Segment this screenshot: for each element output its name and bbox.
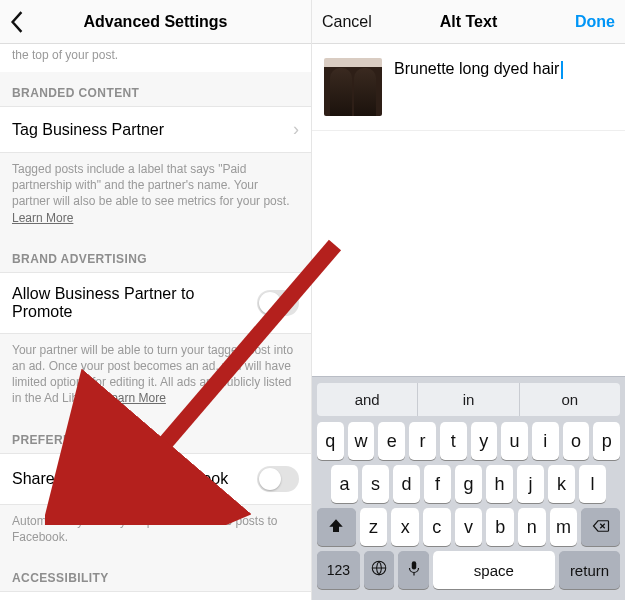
key-globe[interactable] xyxy=(364,551,395,589)
key-h[interactable]: h xyxy=(486,465,513,503)
done-button[interactable]: Done xyxy=(561,13,615,31)
note-brand-advertising: Your partner will be able to turn your t… xyxy=(0,334,311,419)
row-label: Allow Business Partner to Promote xyxy=(12,285,257,321)
left-navbar: Advanced Settings xyxy=(0,0,311,44)
alt-text-value: Brunette long dyed hair xyxy=(394,60,559,77)
key-row-4: 123 space return xyxy=(317,551,620,589)
key-j[interactable]: j xyxy=(517,465,544,503)
key-e[interactable]: e xyxy=(378,422,405,460)
key-space[interactable]: space xyxy=(433,551,555,589)
key-f[interactable]: f xyxy=(424,465,451,503)
left-title: Advanced Settings xyxy=(64,13,247,31)
key-w[interactable]: w xyxy=(348,422,375,460)
key-a[interactable]: a xyxy=(331,465,358,503)
key-row-1: q w e r t y u i o p xyxy=(317,422,620,460)
key-l[interactable]: l xyxy=(579,465,606,503)
keyboard-spacer xyxy=(312,131,625,376)
row-tag-business-partner[interactable]: Tag Business Partner › xyxy=(0,106,311,153)
prediction-1[interactable]: and xyxy=(317,383,418,416)
row-allow-partner-promote[interactable]: Allow Business Partner to Promote xyxy=(0,272,311,334)
key-row-2: a s d f g h j k l xyxy=(317,465,620,503)
row-label: Tag Business Partner xyxy=(12,121,164,139)
key-shift[interactable] xyxy=(317,508,356,546)
key-s[interactable]: s xyxy=(362,465,389,503)
note-branded-content: Tagged posts include a label that says "… xyxy=(0,153,311,238)
note-preferences: Automatically share your photo and video… xyxy=(0,505,311,557)
mic-icon xyxy=(405,559,423,582)
toggle-share-facebook[interactable] xyxy=(257,466,299,492)
chevron-left-icon xyxy=(10,11,64,33)
toggle-allow-promote[interactable] xyxy=(257,290,299,316)
section-preferences: PREFERENCES xyxy=(0,419,311,453)
learn-more-link[interactable]: Learn More xyxy=(12,211,73,225)
key-q[interactable]: q xyxy=(317,422,344,460)
globe-icon xyxy=(370,559,388,582)
key-c[interactable]: c xyxy=(423,508,451,546)
key-n[interactable]: n xyxy=(518,508,546,546)
key-mic[interactable] xyxy=(398,551,429,589)
key-d[interactable]: d xyxy=(393,465,420,503)
key-z[interactable]: z xyxy=(360,508,388,546)
truncated-note: the top of your post. xyxy=(0,44,311,72)
post-thumbnail[interactable] xyxy=(324,58,382,116)
row-write-alt-text[interactable]: Write Alt Text › xyxy=(0,591,311,600)
key-x[interactable]: x xyxy=(391,508,419,546)
note-text: Tagged posts include a label that says "… xyxy=(12,162,289,208)
chevron-right-icon: › xyxy=(293,119,299,140)
section-branded-content: BRANDED CONTENT xyxy=(0,72,311,106)
key-k[interactable]: k xyxy=(548,465,575,503)
key-row-3: z x c v b n m xyxy=(317,508,620,546)
alt-text-pane: Cancel Alt Text Done Brunette long dyed … xyxy=(312,0,625,600)
key-backspace[interactable] xyxy=(581,508,620,546)
shift-icon xyxy=(327,517,345,538)
prediction-3[interactable]: on xyxy=(520,383,620,416)
key-o[interactable]: o xyxy=(563,422,590,460)
section-accessibility: ACCESSIBILITY xyxy=(0,557,311,591)
key-p[interactable]: p xyxy=(593,422,620,460)
alt-text-compose: Brunette long dyed hair xyxy=(312,44,625,131)
right-navbar: Cancel Alt Text Done xyxy=(312,0,625,44)
advanced-settings-pane: Advanced Settings the top of your post. … xyxy=(0,0,312,600)
settings-list: the top of your post. BRANDED CONTENT Ta… xyxy=(0,44,311,600)
back-button[interactable] xyxy=(10,11,64,33)
key-v[interactable]: v xyxy=(455,508,483,546)
alt-text-input[interactable]: Brunette long dyed hair xyxy=(394,58,613,116)
backspace-icon xyxy=(592,517,610,538)
learn-more-link[interactable]: Learn More xyxy=(105,391,166,405)
row-label: Share Your Posts to Facebook xyxy=(12,470,228,488)
row-share-to-facebook[interactable]: Share Your Posts to Facebook xyxy=(0,453,311,505)
right-title: Alt Text xyxy=(376,13,561,31)
prediction-2[interactable]: in xyxy=(418,383,519,416)
key-g[interactable]: g xyxy=(455,465,482,503)
key-r[interactable]: r xyxy=(409,422,436,460)
text-caret xyxy=(561,61,563,79)
svg-rect-1 xyxy=(411,561,416,569)
key-u[interactable]: u xyxy=(501,422,528,460)
key-return[interactable]: return xyxy=(559,551,620,589)
prediction-bar: and in on xyxy=(317,383,620,416)
key-t[interactable]: t xyxy=(440,422,467,460)
key-i[interactable]: i xyxy=(532,422,559,460)
key-b[interactable]: b xyxy=(486,508,514,546)
key-123[interactable]: 123 xyxy=(317,551,360,589)
section-brand-advertising: BRAND ADVERTISING xyxy=(0,238,311,272)
cancel-button[interactable]: Cancel xyxy=(322,13,376,31)
key-y[interactable]: y xyxy=(471,422,498,460)
key-m[interactable]: m xyxy=(550,508,578,546)
ios-keyboard: and in on q w e r t y u i o p a s d f g … xyxy=(312,376,625,600)
